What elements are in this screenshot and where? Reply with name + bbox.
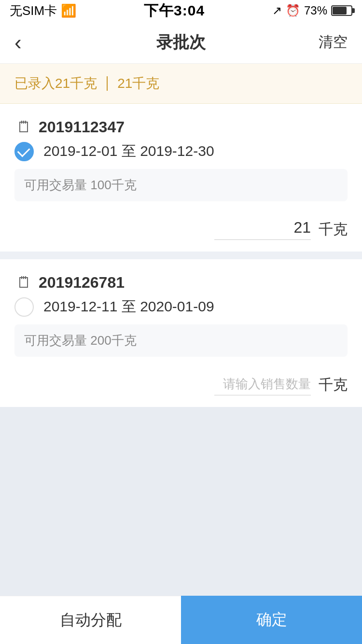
batch-card-2: 🗒 2019126781 2019-12-11 至 2020-01-09 可用交… — [0, 259, 362, 407]
summary-value: 21千克 — [117, 74, 159, 93]
battery-icon — [331, 5, 352, 16]
auto-distribute-button[interactable]: 自动分配 — [0, 596, 181, 644]
auto-distribute-label: 自动分配 — [60, 610, 122, 631]
back-button[interactable]: ‹ — [14, 30, 43, 55]
status-bar: 无SIM卡 📶 下午3:04 ↗ ⏰ 73% — [0, 0, 362, 21]
batch-date-2: 2019-12-11 至 2020-01-09 — [43, 297, 214, 317]
battery-percent: 73% — [304, 4, 327, 17]
status-time: 下午3:04 — [144, 1, 205, 21]
batch-card-1: 🗒 2019112347 2019-12-01 至 2019-12-30 可用交… — [0, 104, 362, 252]
batch-date-row-1: 2019-12-01 至 2019-12-30 — [0, 141, 362, 169]
batch-header-1: 🗒 2019112347 — [0, 104, 362, 141]
battery-fill — [333, 7, 347, 14]
batch-id-1: 2019112347 — [39, 118, 125, 136]
qty-unit-1: 千克 — [319, 220, 348, 239]
qty-input-2[interactable] — [214, 374, 311, 395]
location-icon: ↗ — [272, 4, 282, 17]
qty-row-1: 千克 — [0, 211, 362, 252]
batch-header-2: 🗒 2019126781 — [0, 259, 362, 297]
status-left: 无SIM卡 📶 — [10, 2, 76, 19]
summary-divider — [107, 76, 108, 91]
summary-label: 已录入21千克 — [14, 74, 97, 93]
batch-date-1: 2019-12-01 至 2019-12-30 — [43, 141, 214, 161]
batch-id-2: 2019126781 — [39, 274, 125, 292]
summary-banner: 已录入21千克 21千克 — [0, 64, 362, 104]
batch-available-2: 可用交易量 200千克 — [14, 324, 348, 357]
status-right: ↗ ⏰ 73% — [272, 4, 352, 17]
alarm-icon: ⏰ — [286, 4, 300, 17]
nav-bar: ‹ 录批次 清空 — [0, 21, 362, 64]
batch-available-1: 可用交易量 100千克 — [14, 169, 348, 201]
doc-icon-1: 🗒 — [14, 117, 34, 137]
doc-icon-2: 🗒 — [14, 273, 34, 292]
qty-unit-2: 千克 — [319, 375, 348, 395]
page-title: 录批次 — [156, 31, 206, 54]
qty-row-2: 千克 — [0, 366, 362, 407]
qty-input-1[interactable] — [214, 219, 311, 240]
clear-button[interactable]: 清空 — [319, 32, 348, 52]
sim-icon: 📶 — [61, 3, 76, 18]
footer: 自动分配 确定 — [0, 596, 362, 644]
card-divider — [0, 252, 362, 259]
radio-btn-1[interactable] — [14, 142, 34, 161]
confirm-button[interactable]: 确定 — [181, 596, 362, 644]
carrier-label: 无SIM卡 — [10, 2, 57, 19]
bottom-grey — [0, 407, 362, 600]
radio-btn-2[interactable] — [14, 297, 34, 317]
confirm-label: 确定 — [256, 609, 287, 630]
batch-date-row-2: 2019-12-11 至 2020-01-09 — [0, 297, 362, 324]
